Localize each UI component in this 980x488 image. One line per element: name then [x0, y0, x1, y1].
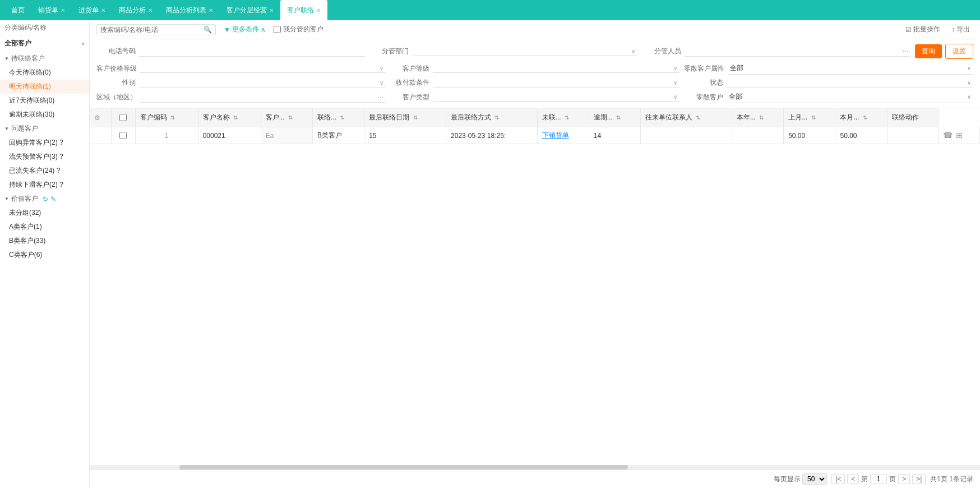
- sort-icon[interactable]: ⇅: [811, 114, 816, 121]
- query-button[interactable]: 查询: [915, 44, 942, 58]
- col-code[interactable]: 客户编码 ⇅: [135, 108, 198, 127]
- col-last-month[interactable]: 上月... ⇅: [784, 108, 835, 127]
- col-uncontacted[interactable]: 未联... ⇅: [537, 108, 589, 127]
- nav-item-analysis[interactable]: 商品分析 ✕: [112, 0, 159, 20]
- last-page-button[interactable]: >|: [912, 474, 926, 484]
- sort-icon[interactable]: ⇅: [413, 114, 418, 121]
- sidebar-item-7days[interactable]: 近7天待联络(0): [0, 94, 89, 108]
- col-unit-contacts[interactable]: 往来单位联系人 ⇅: [641, 108, 732, 127]
- close-icon[interactable]: ✕: [148, 7, 152, 13]
- sidebar-item-c-class[interactable]: C类客户(6): [0, 248, 89, 262]
- scrollbar-thumb[interactable]: [179, 465, 628, 469]
- collapse-icon[interactable]: «: [81, 40, 85, 47]
- search-icon[interactable]: 🔍: [204, 26, 212, 34]
- grid-action-icon[interactable]: ⊞: [956, 131, 963, 140]
- refresh-icon[interactable]: ↻: [43, 195, 48, 203]
- sidebar-item-ungrouped[interactable]: 未分组(32): [0, 206, 89, 220]
- batch-op-button[interactable]: ☑ 批量操作: [902, 24, 944, 35]
- chevron-down-icon: ∨: [380, 65, 383, 71]
- sort-icon[interactable]: ⇅: [863, 114, 867, 121]
- retail-attr-select[interactable]: 全部 ∨: [728, 62, 973, 75]
- sidebar-item-churn-warning[interactable]: 流失预警客户(3) ?: [0, 150, 89, 164]
- sort-icon[interactable]: ⇅: [759, 114, 764, 121]
- region-select[interactable]: ···: [140, 92, 386, 103]
- sort-icon[interactable]: ⇅: [616, 114, 621, 121]
- sort-icon[interactable]: ⇅: [696, 114, 700, 121]
- filter-more-button[interactable]: ▼ 更多条件 ∧: [220, 24, 269, 35]
- row-checkbox: [112, 127, 135, 144]
- sidebar-item-b-class[interactable]: B类客户(33): [0, 234, 89, 248]
- prev-page-button[interactable]: <: [847, 474, 859, 484]
- last-method-link[interactable]: 下销货单: [542, 131, 569, 139]
- all-customers-header[interactable]: 全部客户 «: [0, 35, 89, 52]
- dept-label: 分管部门: [369, 47, 409, 56]
- first-page-button[interactable]: |<: [831, 474, 845, 484]
- close-icon[interactable]: ✕: [269, 7, 274, 13]
- close-icon[interactable]: ✕: [209, 7, 213, 13]
- sidebar-item-overdue[interactable]: 逾期未联络(30): [0, 108, 89, 122]
- sort-icon[interactable]: ⇅: [233, 114, 238, 121]
- gear-icon[interactable]: ⚙: [94, 114, 100, 122]
- customer-type-select[interactable]: ∨: [433, 93, 679, 102]
- sidebar-item-churned[interactable]: 已流失客户(24) ?: [0, 164, 89, 178]
- payment-select[interactable]: ∨: [433, 79, 679, 88]
- edit-icon[interactable]: ✎: [50, 195, 56, 203]
- row-select-checkbox[interactable]: [119, 132, 127, 139]
- search-input[interactable]: [100, 26, 201, 34]
- col-this-month[interactable]: 本月... ⇅: [835, 108, 887, 127]
- set-button[interactable]: 设置: [945, 44, 973, 59]
- nav-item-analysis-list[interactable]: 商品分析列表 ✕: [159, 0, 220, 20]
- sort-icon[interactable]: ⇅: [288, 114, 293, 121]
- manager-select[interactable]: ···: [685, 46, 910, 57]
- nav-item-purchase[interactable]: 进货单 ✕: [72, 0, 112, 20]
- col-last-date[interactable]: 最后联络日期 ⇅: [364, 108, 446, 127]
- close-icon[interactable]: ✕: [101, 7, 105, 13]
- filter-panel: 电话号码 分管部门 ∨ 分管人员 ···: [90, 39, 980, 108]
- export-button[interactable]: ↑ 导出: [948, 24, 973, 35]
- sidebar-item-today[interactable]: 今天待联络(0): [0, 66, 89, 80]
- col-this-year[interactable]: 本年... ⇅: [732, 108, 783, 127]
- export-icon: ↑: [951, 26, 955, 34]
- main-layout: 🔍 全部客户 « 待联络客户 今天待联络(0) 明天待联络(1) 近7天待联络(…: [0, 20, 980, 488]
- dept-select[interactable]: ∨: [412, 47, 638, 56]
- close-icon[interactable]: ✕: [61, 7, 65, 13]
- sidebar-item-repurchase-abnormal[interactable]: 回购异常客户(2) ?: [0, 136, 89, 150]
- customer-table: ⚙ 客户编码 ⇅ 客户名称 ⇅: [90, 108, 980, 144]
- horizontal-scrollbar[interactable]: [90, 465, 980, 469]
- phone-action-icon[interactable]: ☎: [943, 131, 953, 140]
- page-size-select[interactable]: 50: [802, 473, 827, 485]
- status-select[interactable]: ∨: [727, 79, 973, 88]
- nav-item-customer-contact[interactable]: 客户联络 ✕: [280, 0, 327, 20]
- gender-select[interactable]: ∨: [139, 79, 386, 88]
- sidebar-item-tomorrow[interactable]: 明天待联络(1): [0, 80, 89, 94]
- region-label: 区域（地区）: [96, 93, 137, 102]
- col-name[interactable]: 客户名称 ⇅: [198, 108, 261, 127]
- sort-icon[interactable]: ⇅: [170, 114, 175, 121]
- next-page-button[interactable]: >: [898, 474, 910, 484]
- page-number-input[interactable]: [870, 474, 887, 484]
- my-customers-checkbox[interactable]: 我分管的客户: [274, 25, 323, 34]
- close-icon[interactable]: ✕: [316, 7, 321, 13]
- nav-home[interactable]: 首页: [4, 0, 31, 20]
- col-last-method[interactable]: 最后联络方式 ⇅: [446, 108, 537, 127]
- sidebar-item-declining[interactable]: 持续下滑客户(2) ?: [0, 178, 89, 192]
- sidebar-item-a-class[interactable]: A类客户(1): [0, 220, 89, 234]
- more-icon[interactable]: ···: [903, 47, 908, 55]
- my-customers-check[interactable]: [274, 26, 281, 33]
- col-contact-count[interactable]: 联络... ⇅: [312, 108, 364, 127]
- col-overdue[interactable]: 逾期... ⇅: [589, 108, 640, 127]
- phone-input[interactable]: [139, 46, 365, 57]
- sort-icon[interactable]: ⇅: [494, 114, 499, 121]
- select-all-checkbox[interactable]: [119, 114, 127, 121]
- nav-item-sales[interactable]: 销货单 ✕: [31, 0, 72, 20]
- sort-icon[interactable]: ⇅: [340, 114, 344, 121]
- price-level-select[interactable]: ∨: [140, 64, 386, 73]
- customer-level-select[interactable]: ∨: [433, 64, 679, 73]
- col-type[interactable]: 客户... ⇅: [261, 108, 312, 127]
- nav-item-customer-tier[interactable]: 客户分层经营 ✕: [220, 0, 280, 20]
- sidebar-search-input[interactable]: [4, 24, 89, 31]
- sort-icon[interactable]: ⇅: [565, 114, 569, 121]
- retail-attr-label: 零散客户属性: [684, 64, 724, 73]
- more-icon[interactable]: ···: [378, 93, 383, 101]
- retail-customer-select[interactable]: 全部 ∨: [727, 91, 973, 103]
